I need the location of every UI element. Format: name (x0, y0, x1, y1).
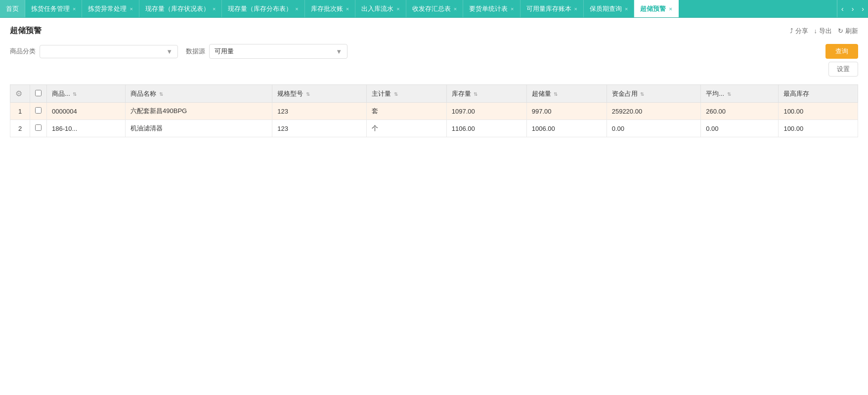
table-header-row: ⚙ 商品... ⇅ 商品名称 ⇅ 规格型号 ⇅ 主计量 (10, 85, 858, 103)
datasource-label: 数据源 (186, 47, 205, 56)
sort-icon-spec: ⇅ (306, 91, 310, 97)
nav-item-overstock[interactable]: 超储预警 × (634, 0, 678, 17)
nav-item-flow[interactable]: 出入库流水 × (355, 0, 406, 17)
nav-label-expiry: 保质期查询 (590, 4, 622, 13)
nav-item-summary[interactable]: 收发存汇总表 × (406, 0, 463, 17)
table-row: 1 0000004 六配套新昌490BPG 123 套 1097.00 997.… (10, 103, 858, 120)
sort-icon-capital: ⇅ (640, 91, 644, 97)
table-row: 2 186-10... 机油滤清器 123 个 1106.00 1006.00 … (10, 120, 858, 137)
row-select-1[interactable] (35, 107, 42, 114)
nav-item-expiry[interactable]: 保质期查询 × (584, 0, 634, 17)
table-header-name[interactable]: 商品名称 ⇅ (126, 85, 272, 103)
row-max-stock-2: 100.00 (779, 120, 858, 137)
nav-close-stock-dist[interactable]: × (295, 6, 298, 12)
refresh-button[interactable]: ↻ 刷新 (838, 27, 858, 36)
settings-button[interactable]: 设置 (828, 62, 858, 77)
datasource-filter-group: 数据源 可用量 ▼ (186, 44, 347, 59)
table-header-capital[interactable]: 资金占用 ⇅ (607, 85, 701, 103)
col-label-overstock: 超储量 (532, 90, 551, 97)
row-select-2[interactable] (35, 124, 42, 131)
nav-label-available: 可用量库存账本 (526, 4, 571, 13)
col-label-code: 商品... (52, 90, 70, 97)
table-header-max-stock[interactable]: 最高库存 (779, 85, 858, 103)
nav-item-stock-dist[interactable]: 现存量（库存分布表） × (222, 0, 304, 17)
nav-close-expiry[interactable]: × (625, 6, 628, 12)
nav-item-home[interactable]: 首页 (0, 0, 25, 17)
row-capital-2: 0.00 (607, 120, 701, 137)
filter-actions: 查询 设置 (825, 44, 858, 77)
nav-item-exception[interactable]: 拣货异常处理 × (82, 0, 139, 17)
gear-icon[interactable]: ⚙ (15, 89, 22, 98)
nav-close-summary[interactable]: × (454, 6, 457, 12)
nav-close-flow[interactable]: × (396, 6, 399, 12)
row-avg-2: 0.00 (701, 120, 779, 137)
col-label-avg: 平均... (706, 90, 724, 97)
row-spec-1: 123 (272, 103, 367, 120)
nav-label-order-stat: 要货单统计表 (469, 4, 508, 13)
table-header-stock[interactable]: 库存量 ⇅ (446, 85, 526, 103)
row-unit-1: 套 (366, 103, 446, 120)
nav-close-stock-status[interactable]: × (213, 6, 216, 12)
nav-item-task[interactable]: 拣货任务管理 × (25, 0, 82, 17)
table-header-settings: ⚙ (10, 85, 30, 103)
sort-icon-code: ⇅ (73, 91, 77, 97)
category-select[interactable]: ▼ (40, 45, 178, 58)
nav-label-exception: 拣货异常处理 (88, 4, 127, 13)
nav-item-stock-status[interactable]: 现存量（库存状况表） × (139, 0, 222, 17)
nav-item-available[interactable]: 可用量库存账本 × (521, 0, 584, 17)
share-icon: ⤴ (790, 27, 793, 35)
nav-label-stock-dist: 现存量（库存分布表） (228, 4, 292, 13)
nav-close-available[interactable]: × (574, 6, 577, 12)
refresh-icon: ↻ (838, 27, 843, 35)
filter-container: 商品分类 ▼ 数据源 可用量 ▼ 查询 设置 (10, 44, 858, 77)
nav-item-order-stat[interactable]: 要货单统计表 × (463, 0, 520, 17)
nav-label-batch: 库存批次账 (311, 4, 343, 13)
row-stock-2: 1106.00 (446, 120, 526, 137)
row-overstock-2: 1006.00 (526, 120, 607, 137)
nav-close-overstock[interactable]: × (669, 6, 672, 12)
table-header-avg[interactable]: 平均... ⇅ (701, 85, 779, 103)
share-button[interactable]: ⤴ 分享 (790, 27, 808, 36)
row-checkbox-2 (30, 120, 47, 137)
row-checkbox-1 (30, 103, 47, 120)
table-header-spec[interactable]: 规格型号 ⇅ (272, 85, 367, 103)
nav-label-stock-status: 现存量（库存状况表） (145, 4, 210, 13)
table-header-overstock[interactable]: 超储量 ⇅ (526, 85, 607, 103)
export-button[interactable]: ↓ 导出 (814, 27, 832, 36)
nav-arrows: ‹ › › (837, 0, 868, 18)
nav-item-batch[interactable]: 库存批次账 × (305, 0, 355, 17)
nav-close-task[interactable]: × (73, 6, 76, 12)
export-icon: ↓ (814, 27, 818, 35)
query-button[interactable]: 查询 (825, 44, 858, 59)
main-content: 超储预警 ⤴ 分享 ↓ 导出 ↻ 刷新 商品分类 ▼ (0, 18, 868, 395)
table-header-checkbox (30, 85, 47, 103)
table-header-code[interactable]: 商品... ⇅ (47, 85, 126, 103)
sort-icon-overstock: ⇅ (554, 91, 558, 97)
filter-groups: 商品分类 ▼ 数据源 可用量 ▼ (10, 44, 825, 59)
nav-label-summary: 收发存汇总表 (412, 4, 451, 13)
sort-icon-avg: ⇅ (727, 91, 731, 97)
select-all-checkbox[interactable] (35, 90, 42, 96)
nav-close-batch[interactable]: × (346, 6, 349, 12)
nav-close-exception[interactable]: × (130, 6, 132, 12)
row-code-2: 186-10... (47, 120, 126, 137)
category-label: 商品分类 (10, 47, 36, 56)
chevron-down-icon: ▼ (166, 48, 173, 55)
col-label-capital: 资金占用 (612, 90, 638, 97)
nav-next-button[interactable]: › (848, 0, 858, 18)
col-label-spec: 规格型号 (277, 90, 303, 97)
top-navigation: 首页 拣货任务管理 × 拣货异常处理 × 现存量（库存状况表） × 现存量（库存… (0, 0, 868, 18)
row-name-1: 六配套新昌490BPG (126, 103, 272, 120)
col-label-name: 商品名称 (130, 90, 156, 97)
chevron-down-icon-2: ▼ (336, 48, 342, 55)
data-table: ⚙ 商品... ⇅ 商品名称 ⇅ 规格型号 ⇅ 主计量 (10, 84, 858, 137)
page-header: 超储预警 ⤴ 分享 ↓ 导出 ↻ 刷新 (10, 26, 858, 36)
datasource-select[interactable]: 可用量 ▼ (209, 44, 347, 59)
nav-more-button[interactable]: › (858, 0, 868, 18)
nav-close-order-stat[interactable]: × (511, 6, 514, 12)
nav-prev-button[interactable]: ‹ (837, 0, 848, 18)
row-name-2: 机油滤清器 (126, 120, 272, 137)
row-index-1: 1 (10, 103, 30, 120)
table-header-unit[interactable]: 主计量 ⇅ (366, 85, 446, 103)
row-capital-1: 259220.00 (607, 103, 701, 120)
